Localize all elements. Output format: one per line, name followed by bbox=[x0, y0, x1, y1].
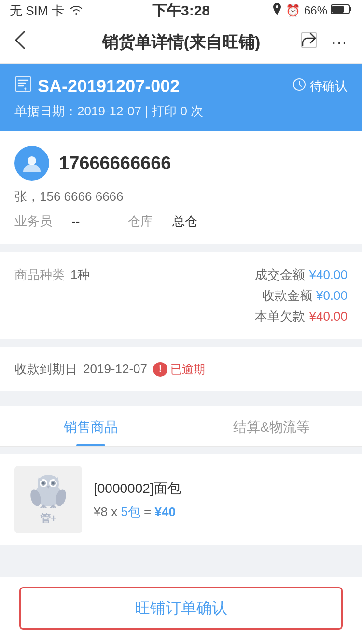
carrier-text: 无 SIM 卡 bbox=[10, 2, 64, 19]
confirm-order-button[interactable]: 旺铺订单确认 bbox=[19, 587, 343, 630]
svg-point-14 bbox=[52, 482, 55, 485]
order-status: 待确认 bbox=[292, 78, 348, 95]
status-right: ⏰ 66% bbox=[272, 3, 352, 18]
order-doc-icon bbox=[14, 75, 32, 97]
due-date: 2019-12-07 bbox=[83, 362, 147, 377]
product-quantity: 5包 bbox=[121, 504, 140, 519]
alarm-icon: ⏰ bbox=[286, 4, 300, 17]
clock-icon bbox=[292, 78, 306, 95]
product-info: [0000002]面包 ¥8 x 5包 = ¥40 bbox=[94, 479, 348, 520]
category-label: 商品种类 bbox=[14, 266, 65, 283]
wifi-icon bbox=[69, 3, 84, 18]
more-icon[interactable]: ··· bbox=[332, 33, 348, 51]
order-banner-top: SA-20191207-002 待确认 bbox=[14, 75, 348, 97]
separator bbox=[0, 399, 362, 406]
order-meta: 单据日期：2019-12-07 | 打印 0 次 bbox=[14, 103, 348, 120]
payment-value: ¥0.00 bbox=[316, 288, 348, 303]
share-icon[interactable] bbox=[301, 31, 317, 53]
svg-rect-4 bbox=[15, 76, 31, 92]
product-item: 管+ [0000002]面包 ¥8 x 5包 = ¥40 bbox=[0, 454, 362, 545]
category-row: 商品种类 1种 bbox=[14, 266, 90, 283]
product-price: ¥8 x 5包 = ¥40 bbox=[94, 504, 348, 520]
order-banner: SA-20191207-002 待确认 单据日期：2019-12-07 | 打印… bbox=[0, 64, 362, 131]
page-title: 销货单详情(来自旺铺) bbox=[102, 31, 261, 54]
brand-plus-text: 管+ bbox=[40, 511, 57, 526]
status-bar: 无 SIM 卡 下午3:28 ⏰ 66% bbox=[0, 0, 362, 21]
customer-info-row: 业务员 -- 仓库 总仓 bbox=[14, 213, 348, 230]
avatar bbox=[14, 146, 49, 181]
customer-name: 张，156 6666 6666 bbox=[14, 188, 348, 205]
multiply-icon: x bbox=[111, 504, 121, 519]
customer-header: 17666666666 bbox=[14, 146, 348, 181]
unit-price: ¥8 bbox=[94, 504, 108, 519]
overdue-badge: ! 已逾期 bbox=[153, 362, 205, 377]
status-time: 下午3:28 bbox=[152, 1, 210, 21]
transaction-value: ¥40.00 bbox=[309, 267, 348, 282]
product-total: ¥40 bbox=[155, 504, 176, 519]
summary-right: 成交金额 ¥40.00 收款金额 ¥0.00 本单欠款 ¥40.00 bbox=[255, 266, 348, 325]
balance-label: 本单欠款 bbox=[255, 308, 305, 325]
summary-left: 商品种类 1种 bbox=[14, 266, 90, 325]
payment-row: 收款金额 ¥0.00 bbox=[255, 287, 348, 304]
equals-sign: = bbox=[144, 504, 154, 519]
transaction-row: 成交金额 ¥40.00 bbox=[255, 266, 348, 283]
svg-rect-1 bbox=[349, 7, 351, 11]
due-label: 收款到期日 bbox=[14, 361, 77, 378]
product-thumbnail: 管+ bbox=[14, 466, 82, 533]
customer-phone: 17666666666 bbox=[59, 153, 171, 174]
salesperson-value: -- bbox=[71, 214, 80, 229]
tab-settlement[interactable]: 结算&物流等 bbox=[181, 406, 362, 446]
product-thumb-inner: 管+ bbox=[29, 474, 68, 526]
balance-row: 本单欠款 ¥40.00 bbox=[255, 308, 348, 325]
warning-icon: ! bbox=[153, 362, 167, 377]
svg-rect-2 bbox=[332, 6, 344, 13]
back-button[interactable] bbox=[14, 31, 35, 54]
payment-label: 收款金额 bbox=[262, 287, 312, 304]
bottom-bar: 旺铺订单确认 bbox=[0, 577, 362, 644]
summary-section: 商品种类 1种 成交金额 ¥40.00 收款金额 ¥0.00 本单欠款 ¥40.… bbox=[0, 252, 362, 339]
salesperson-label: 业务员 bbox=[14, 213, 52, 230]
svg-point-6 bbox=[28, 156, 36, 165]
product-name: [0000002]面包 bbox=[94, 479, 348, 498]
tabs: 销售商品 结算&物流等 bbox=[0, 406, 362, 447]
category-value: 1种 bbox=[70, 266, 90, 283]
customer-section: 17666666666 张，156 6666 6666 业务员 -- 仓库 总仓 bbox=[0, 131, 362, 244]
location-icon bbox=[272, 3, 282, 18]
svg-point-11 bbox=[42, 482, 45, 485]
balance-value: ¥40.00 bbox=[309, 309, 348, 324]
battery-text: 66% bbox=[304, 4, 327, 17]
overdue-text: 已逾期 bbox=[170, 362, 205, 377]
transaction-label: 成交金额 bbox=[255, 266, 305, 283]
battery-icon bbox=[331, 4, 352, 17]
warehouse-label: 仓库 bbox=[128, 213, 153, 230]
tab-sales-products[interactable]: 销售商品 bbox=[0, 406, 181, 446]
status-left: 无 SIM 卡 bbox=[10, 2, 84, 19]
warehouse-value: 总仓 bbox=[172, 213, 197, 230]
nav-bar: 销货单详情(来自旺铺) ··· bbox=[0, 21, 362, 64]
nav-actions: ··· bbox=[301, 31, 348, 53]
order-id: SA-20191207-002 bbox=[14, 75, 180, 97]
due-section: 收款到期日 2019-12-07 ! 已逾期 bbox=[0, 347, 362, 391]
